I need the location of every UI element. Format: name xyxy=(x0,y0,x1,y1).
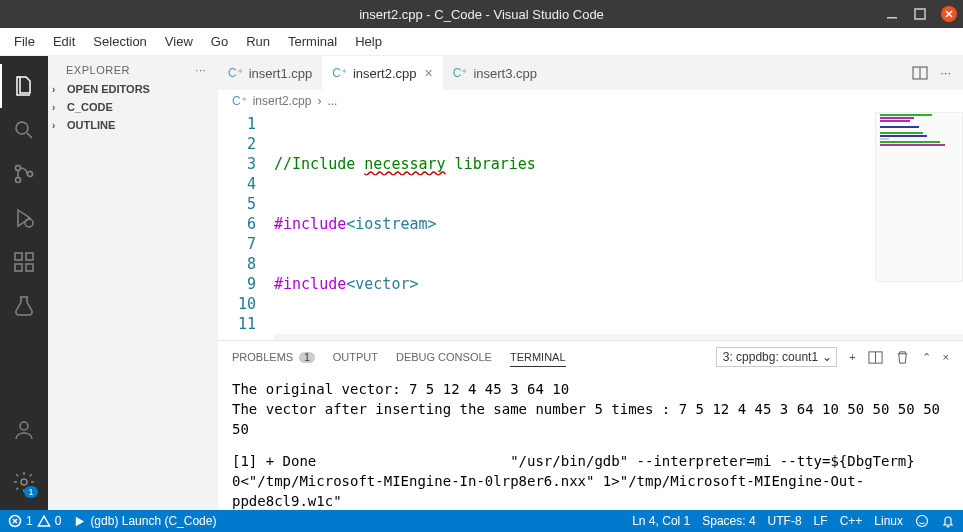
status-eol[interactable]: LF xyxy=(814,514,828,528)
panel-tab-debug[interactable]: DEBUG CONSOLE xyxy=(396,351,492,363)
svg-point-12 xyxy=(21,479,27,485)
terminal-line: The vector after inserting the same numb… xyxy=(232,399,949,439)
cpp-file-icon: C⁺ xyxy=(332,66,347,80)
tab-insert1[interactable]: C⁺insert1.cpp xyxy=(218,56,322,90)
svg-rect-10 xyxy=(26,253,33,260)
testing-icon[interactable] xyxy=(0,284,48,328)
window-title: insert2.cpp - C_Code - Visual Studio Cod… xyxy=(359,7,604,22)
menu-terminal[interactable]: Terminal xyxy=(280,30,345,53)
terminal-body[interactable]: The original vector: 7 5 12 4 45 3 64 10… xyxy=(218,373,963,510)
menu-run[interactable]: Run xyxy=(238,30,278,53)
svg-point-5 xyxy=(28,172,33,177)
maximize-button[interactable] xyxy=(913,7,927,21)
titlebar: insert2.cpp - C_Code - Visual Studio Cod… xyxy=(0,0,963,28)
editor-area: C⁺insert1.cpp C⁺insert2.cpp× C⁺insert3.c… xyxy=(218,56,963,510)
search-icon[interactable] xyxy=(0,108,48,152)
menu-file[interactable]: File xyxy=(6,30,43,53)
menu-edit[interactable]: Edit xyxy=(45,30,83,53)
cpp-file-icon: C⁺ xyxy=(453,66,468,80)
run-debug-icon[interactable] xyxy=(0,196,48,240)
status-lncol[interactable]: Ln 4, Col 1 xyxy=(632,514,690,528)
tab-label: insert3.cpp xyxy=(473,66,537,81)
status-lang[interactable]: C++ xyxy=(840,514,863,528)
chevron-right-icon: › xyxy=(52,84,64,95)
svg-point-11 xyxy=(20,422,28,430)
close-button[interactable] xyxy=(941,6,957,22)
tab-label: insert2.cpp xyxy=(353,66,417,81)
breadcrumb-file: insert2.cpp xyxy=(253,94,312,108)
accounts-icon[interactable] xyxy=(0,408,48,452)
minimize-button[interactable] xyxy=(885,7,899,21)
sidebar-more-icon[interactable]: ··· xyxy=(195,64,206,76)
sidebar-title: EXPLORER xyxy=(66,64,130,76)
svg-rect-7 xyxy=(15,253,22,260)
feedback-icon[interactable] xyxy=(915,514,929,528)
svg-rect-8 xyxy=(15,264,22,271)
settings-icon[interactable]: 1 xyxy=(0,460,48,504)
activity-bar: 1 xyxy=(0,56,48,510)
terminal-line: [1] + Done "/usr/bin/gdb" --interpreter=… xyxy=(232,451,949,510)
statusbar: 1 0 (gdb) Launch (C_Code) Ln 4, Col 1 Sp… xyxy=(0,510,963,532)
problems-badge: 1 xyxy=(299,352,315,363)
source-control-icon[interactable] xyxy=(0,152,48,196)
notifications-icon[interactable] xyxy=(941,514,955,528)
sidebar-item-label: C_CODE xyxy=(67,101,113,113)
code-editor[interactable]: 1234567891011 //Include necessary librar… xyxy=(218,112,963,340)
status-launch[interactable]: (gdb) Launch (C_Code) xyxy=(73,514,216,528)
line-gutter: 1234567891011 xyxy=(218,112,274,340)
status-os[interactable]: Linux xyxy=(874,514,903,528)
code-content[interactable]: //Include necessary libraries #include<i… xyxy=(274,112,963,340)
editor-tabs: C⁺insert1.cpp C⁺insert2.cpp× C⁺insert3.c… xyxy=(218,56,963,90)
sidebar: EXPLORER ··· ›OPEN EDITORS ›C_CODE ›OUTL… xyxy=(48,56,218,510)
cpp-file-icon: C⁺ xyxy=(228,66,243,80)
svg-rect-1 xyxy=(915,9,925,19)
sidebar-item-label: OUTLINE xyxy=(67,119,115,131)
new-terminal-icon[interactable]: + xyxy=(849,351,855,363)
breadcrumb[interactable]: C⁺ insert2.cpp › ... xyxy=(218,90,963,112)
sidebar-item-label: OPEN EDITORS xyxy=(67,83,150,95)
settings-badge: 1 xyxy=(24,486,38,498)
status-encoding[interactable]: UTF-8 xyxy=(768,514,802,528)
split-terminal-icon[interactable] xyxy=(868,350,883,365)
svg-point-2 xyxy=(16,122,28,134)
panel-tab-output[interactable]: OUTPUT xyxy=(333,351,378,363)
svg-rect-9 xyxy=(26,264,33,271)
panel-tab-problems[interactable]: PROBLEMS1 xyxy=(232,351,315,363)
svg-point-3 xyxy=(16,166,21,171)
menu-help[interactable]: Help xyxy=(347,30,390,53)
minimap[interactable] xyxy=(875,112,963,282)
chevron-right-icon: › xyxy=(52,102,64,113)
svg-point-4 xyxy=(16,178,21,183)
menu-go[interactable]: Go xyxy=(203,30,236,53)
sidebar-section-open-editors[interactable]: ›OPEN EDITORS xyxy=(48,80,218,98)
extensions-icon[interactable] xyxy=(0,240,48,284)
more-actions-icon[interactable]: ··· xyxy=(940,65,951,81)
explorer-icon[interactable] xyxy=(0,64,48,108)
chevron-right-icon: › xyxy=(317,94,321,108)
close-panel-icon[interactable]: × xyxy=(943,351,949,363)
chevron-right-icon: › xyxy=(52,120,64,131)
status-errors[interactable]: 1 0 xyxy=(8,514,61,528)
bottom-panel: PROBLEMS1 OUTPUT DEBUG CONSOLE TERMINAL … xyxy=(218,340,963,510)
tab-label: insert1.cpp xyxy=(249,66,313,81)
panel-tab-terminal[interactable]: TERMINAL xyxy=(510,351,566,367)
kill-terminal-icon[interactable] xyxy=(895,350,910,365)
sidebar-section-project[interactable]: ›C_CODE xyxy=(48,98,218,116)
tab-insert2[interactable]: C⁺insert2.cpp× xyxy=(322,56,442,90)
sidebar-section-outline[interactable]: ›OUTLINE xyxy=(48,116,218,134)
cpp-file-icon: C⁺ xyxy=(232,94,247,108)
svg-point-6 xyxy=(25,219,33,227)
tab-insert3[interactable]: C⁺insert3.cpp xyxy=(443,56,547,90)
svg-rect-0 xyxy=(887,17,897,19)
maximize-panel-icon[interactable]: ⌃ xyxy=(922,351,931,364)
status-spaces[interactable]: Spaces: 4 xyxy=(702,514,755,528)
chevron-down-icon: ⌄ xyxy=(822,350,832,364)
breadcrumb-more: ... xyxy=(327,94,337,108)
svg-point-18 xyxy=(917,516,928,527)
tab-close-icon[interactable]: × xyxy=(425,65,433,81)
split-editor-icon[interactable] xyxy=(912,65,928,81)
terminal-selector[interactable]: 3: cppdbg: count1 ⌄ xyxy=(716,347,837,367)
terminal-line: The original vector: 7 5 12 4 45 3 64 10 xyxy=(232,379,949,399)
menu-selection[interactable]: Selection xyxy=(85,30,154,53)
menu-view[interactable]: View xyxy=(157,30,201,53)
